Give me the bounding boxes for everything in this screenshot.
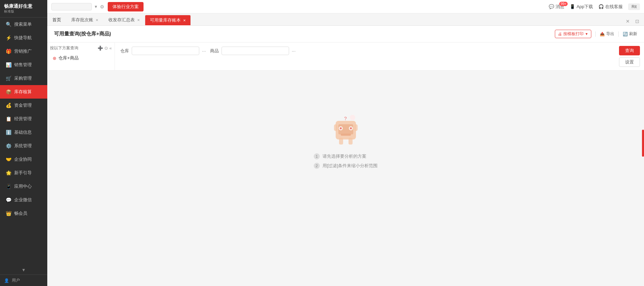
sidebar-item-label: 库存核算: [14, 89, 32, 95]
sidebar-item-member[interactable]: 👑 畅会员: [0, 207, 47, 220]
add-scheme-icon[interactable]: ➕: [98, 46, 103, 51]
enterprise-icon: 🤝: [5, 157, 11, 162]
tab-available-qty-label: 可用量库存账本: [150, 17, 181, 23]
maximize-tab-button[interactable]: ⊡: [633, 17, 641, 25]
product-filter-label: 商品: [210, 48, 219, 54]
sidebar-item-system[interactable]: ⚙️ 系统管理: [0, 139, 47, 153]
query-panel: 按以下方案查询 ➕ ⊙ « ⊛ 仓库+商品 仓库: [47, 43, 644, 71]
tab-available-qty[interactable]: 可用量库存账本 ✕: [145, 15, 191, 26]
sidebar-item-onboarding[interactable]: 🌟 新手引导: [0, 166, 47, 180]
filter-area: 仓库 ··· 商品 ···: [115, 43, 615, 70]
refresh-button[interactable]: 🔄 刷新: [623, 31, 637, 37]
search-input[interactable]: [51, 3, 92, 10]
collapse-scheme-icon[interactable]: «: [109, 46, 112, 51]
sidebar-item-enterprise[interactable]: 🤝 企业协同: [0, 153, 47, 166]
tabs-bar: 首页 库存批次账 ✕ 收发存汇总表 ✕ 可用量库存账本 ✕ ✕ ⊡: [47, 14, 644, 26]
tab-close-available-qty[interactable]: ✕: [183, 19, 186, 22]
empty-tips: 1 请先选择要分析的方案 2 用[过滤]条件来缩小分析范围: [314, 153, 378, 169]
warehouse-filter-input[interactable]: [132, 47, 199, 55]
right-scroll-indicator: [642, 130, 644, 157]
filter-actions: 查询 设置: [615, 43, 644, 70]
tab-home[interactable]: 首页: [47, 15, 66, 25]
sidebar-item-app-center[interactable]: 📱 应用中心: [0, 180, 47, 193]
query-schemes-panel: 按以下方案查询 ➕ ⊙ « ⊛ 仓库+商品: [47, 43, 115, 70]
tab-close-batch-ledger[interactable]: ✕: [96, 18, 98, 22]
sidebar-scroll-down[interactable]: ▼: [0, 265, 47, 275]
chevron-down-icon[interactable]: ▼: [585, 32, 588, 36]
scheme-warehouse-icon: ⊛: [53, 56, 56, 61]
sidebar-item-operations[interactable]: 📋 经营管理: [0, 112, 47, 126]
product-filter-more-icon[interactable]: ···: [292, 48, 296, 54]
sidebar-item-marketing[interactable]: 🎁 营销推广: [0, 45, 47, 58]
sidebar-item-finance[interactable]: 💰 资金管理: [0, 99, 47, 112]
svg-text:?: ?: [344, 116, 347, 121]
operations-icon: 📋: [5, 116, 11, 122]
sidebar-item-quick-nav[interactable]: ⚡ 快捷导航: [0, 31, 47, 45]
sidebar-item-label: 搜索菜单: [14, 21, 32, 27]
app-download-label: App下载: [576, 4, 593, 10]
user-profile-button[interactable]: Rit: [628, 3, 640, 10]
tabs-actions: ✕ ⊡: [624, 17, 644, 25]
service-icon: 🎧: [598, 4, 604, 9]
svg-point-5: [350, 127, 352, 129]
search-icon: 🔍: [5, 22, 11, 27]
sidebar-item-label: 经营管理: [14, 116, 32, 122]
quick-nav-icon: ⚡: [5, 35, 11, 41]
sales-icon: 📊: [5, 62, 11, 68]
settings-button[interactable]: 设置: [619, 57, 640, 67]
query-button[interactable]: 查询: [619, 46, 640, 55]
tip-num-2: 2: [314, 163, 320, 169]
warehouse-filter-more-icon[interactable]: ···: [202, 48, 206, 54]
sidebar-item-purchase[interactable]: 🛒 采购管理: [0, 72, 47, 85]
empty-tip-2: 2 用[过滤]条件来缩小分析范围: [314, 163, 378, 169]
sidebar-item-label: 企业协同: [14, 156, 32, 162]
filter-product-group: 商品 ···: [210, 47, 296, 55]
sidebar-item-label: 采购管理: [14, 75, 32, 81]
message-badge: 99+: [559, 2, 568, 6]
scheme-item-warehouse-product[interactable]: ⊛ 仓库+商品: [50, 53, 112, 63]
onboarding-icon: 🌟: [5, 170, 11, 176]
empty-illustration: ?: [326, 107, 366, 148]
sidebar-header: 畅康通好生意 标准版: [0, 0, 47, 18]
message-icon: 💬: [549, 4, 554, 9]
app-download-icon: 📱: [570, 4, 575, 9]
user-name: 用户: [12, 278, 20, 283]
sidebar-item-label: 营销推广: [14, 48, 32, 54]
username-label: Rit: [632, 4, 637, 9]
tab-close-receipt-summary[interactable]: ✕: [137, 18, 140, 22]
system-icon: ⚙️: [5, 143, 11, 149]
sidebar-item-label: 企业微信: [14, 197, 32, 203]
member-icon: 👑: [5, 211, 11, 216]
close-tab-button[interactable]: ✕: [624, 17, 632, 25]
gear-icon[interactable]: ⚙: [100, 4, 104, 9]
sidebar-item-search[interactable]: 🔍 搜索菜单: [0, 18, 47, 31]
svg-rect-9: [339, 138, 343, 145]
filter-warehouse-group: 仓库 ···: [120, 47, 206, 55]
sidebar-item-label: 新手引导: [14, 170, 32, 176]
query-schemes-title: 按以下方案查询: [50, 45, 78, 51]
sidebar-item-wechat[interactable]: 💬 企业微信: [0, 193, 47, 207]
topbar: ▼ ⚙ 体验行业方案 💬 消息 99+ 📱 App下载 🎧 在线客服: [47, 0, 644, 14]
sidebar-item-inventory[interactable]: 📦 库存核算: [0, 85, 47, 99]
tab-batch-ledger[interactable]: 库存批次账 ✕: [66, 15, 103, 25]
online-service-button[interactable]: 🎧 在线客服: [598, 4, 623, 10]
divider: [595, 31, 596, 37]
svg-rect-10: [349, 138, 353, 145]
tab-receipt-summary[interactable]: 收发存汇总表 ✕: [103, 15, 145, 25]
message-button[interactable]: 💬 消息 99+: [549, 4, 564, 10]
svg-point-4: [340, 127, 342, 129]
sidebar-item-sales[interactable]: 📊 销售管理: [0, 58, 47, 72]
chevron-down-icon[interactable]: ▼: [94, 4, 98, 9]
empty-tip-2-text: 用[过滤]条件来缩小分析范围: [323, 163, 378, 169]
trial-industry-button[interactable]: 体验行业方案: [108, 2, 144, 11]
product-filter-input[interactable]: [222, 47, 289, 55]
print-template-button[interactable]: 🖨 按模板打印 ▼: [555, 30, 591, 38]
settings-scheme-icon[interactable]: ⊙: [104, 46, 108, 51]
topbar-right: 💬 消息 99+ 📱 App下载 🎧 在线客服 Rit: [549, 3, 640, 10]
sidebar-item-label: 销售管理: [14, 62, 32, 68]
app-name: 畅康通好生意: [4, 3, 43, 9]
sidebar-item-basic-info[interactable]: ℹ️ 基础信息: [0, 126, 47, 139]
app-download-button[interactable]: 📱 App下载: [570, 4, 593, 10]
sidebar-footer[interactable]: 👤 用户: [0, 275, 47, 286]
export-button[interactable]: 📤 导出: [600, 31, 614, 37]
